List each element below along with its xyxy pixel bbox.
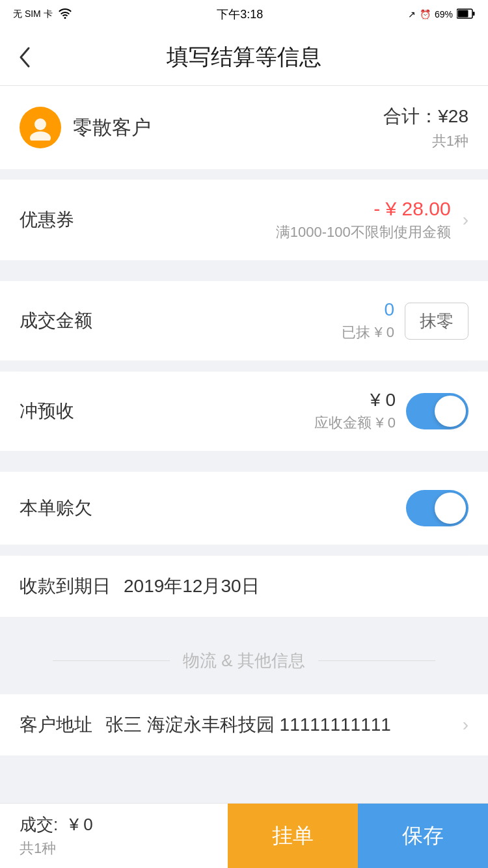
section-separator-3 [0,627,488,638]
due-date-section: 收款到期日 2019年12月30日 [0,556,488,617]
total-count: 共1种 [383,131,468,151]
logistics-section-label-row: 物流 & 其他信息 [0,638,488,684]
logistics-label-line: 物流 & 其他信息 [20,649,468,672]
deal-amount-right: 0 已抹 ¥ 0 抹零 [342,299,468,342]
section-separator-2 [0,461,488,472]
deal-amount-value: 0 [342,299,394,320]
toggle-knob [435,396,466,427]
location-icon: ↗ [408,9,416,20]
bottom-deal-text: 成交: [20,815,58,834]
address-value: 张三 海淀永丰科技园 11111111111 [105,712,457,737]
credit-section: 本单赊欠 [0,472,488,545]
nav-bar: 填写结算等信息 [0,29,488,86]
main-content: 零散客户 合计：¥28 共1种 优惠券 - ¥ 28.00 满1000-100不… [0,86,488,868]
logistics-label: 物流 & 其他信息 [183,649,305,672]
svg-rect-1 [473,12,475,16]
svg-rect-2 [458,10,468,17]
prepayment-section: 冲预收 ¥ 0 应收金额 ¥ 0 [0,372,488,451]
deal-amount-label: 成交金额 [20,308,92,333]
credit-right [406,490,468,526]
deal-amount-subtext: 已抹 ¥ 0 [342,323,394,342]
deal-amount-section: 成交金额 0 已抹 ¥ 0 抹零 [0,281,488,360]
status-right: ↗ ⏰ 69% [408,8,475,21]
customer-name: 零散客户 [73,115,151,141]
prepayment-subtext: 应收金额 ¥ 0 [314,413,396,433]
bottom-count: 共1种 [20,839,208,858]
total-amount: 合计：¥28 [383,104,468,129]
prepayment-right: ¥ 0 应收金额 ¥ 0 [314,390,468,433]
customer-section: 零散客户 合计：¥28 共1种 [0,86,488,169]
section-separator-4 [0,684,488,694]
customer-right: 合计：¥28 共1种 [383,104,468,151]
address-label: 客户地址 [20,712,92,737]
page-title: 填写结算等信息 [167,42,321,72]
save-button[interactable]: 保存 [358,804,488,868]
wifi-icon [58,8,72,21]
bottom-info: 成交: ¥ 0 共1种 [0,804,228,868]
back-button[interactable] [18,46,34,69]
status-bar: 无 SIM 卡 下午3:18 ↗ ⏰ 69% [0,0,488,29]
credit-label: 本单赊欠 [20,496,92,521]
coupon-right: - ¥ 28.00 满1000-100不限制使用金额 › [276,198,468,242]
credit-toggle-knob [435,493,466,524]
moling-button[interactable]: 抹零 [405,303,468,340]
bottom-deal-value: ¥ 0 [69,815,92,834]
svg-point-3 [34,118,46,130]
alarm-icon: ⏰ [420,9,431,20]
coupon-subtext: 满1000-100不限制使用金额 [276,223,451,242]
due-date-label: 收款到期日 [20,574,111,599]
credit-toggle[interactable] [406,490,468,526]
address-section[interactable]: 客户地址 张三 海淀永丰科技园 11111111111 › [0,694,488,755]
battery-icon [457,8,475,21]
battery-level: 69% [435,9,453,20]
chevron-right-icon: › [463,210,468,230]
customer-avatar [20,107,61,148]
status-time: 下午3:18 [217,7,263,22]
prepayment-toggle[interactable] [406,393,468,429]
prepayment-label: 冲预收 [20,399,74,424]
bottom-bar: 成交: ¥ 0 共1种 挂单 保存 [0,803,488,868]
customer-left: 零散客户 [20,107,151,148]
coupon-values: - ¥ 28.00 满1000-100不限制使用金额 [276,198,451,242]
address-chevron-icon: › [463,714,468,735]
svg-point-4 [30,131,51,141]
prepayment-value: ¥ 0 [314,390,396,411]
due-date-value: 2019年12月30日 [124,574,260,599]
coupon-discount: - ¥ 28.00 [276,198,451,220]
status-left: 无 SIM 卡 [13,8,72,21]
pending-button[interactable]: 挂单 [228,804,358,868]
bottom-deal-label: 成交: ¥ 0 [20,813,208,836]
coupon-section[interactable]: 优惠券 - ¥ 28.00 满1000-100不限制使用金额 › [0,180,488,260]
coupon-label: 优惠券 [20,208,74,232]
sim-status: 无 SIM 卡 [13,8,53,20]
section-separator-1 [0,271,488,281]
